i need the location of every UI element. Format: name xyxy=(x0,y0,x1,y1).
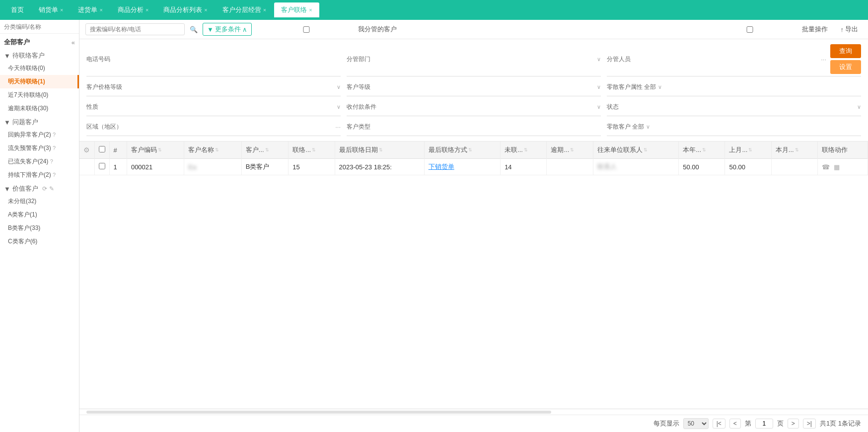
close-customer-contact-icon[interactable]: × xyxy=(309,7,312,13)
col-name[interactable]: 客户名称 ⇅ xyxy=(184,142,241,159)
filter-person-dots-icon[interactable]: ··· xyxy=(821,56,826,63)
col-this-month[interactable]: 本月... ⇅ xyxy=(771,142,817,159)
sidebar-item-repurchase-anomaly[interactable]: 回购异常客户(2) ? xyxy=(0,128,79,142)
filter-retail-customer-label: 零散客户 全部 xyxy=(607,123,644,131)
batch-checkbox[interactable] xyxy=(700,26,799,33)
nav-product-analysis[interactable]: 商品分析 × xyxy=(111,2,155,17)
col-last-date[interactable]: 最后联络日期 ⇅ xyxy=(335,142,424,159)
my-customers-check[interactable] xyxy=(257,26,356,33)
sidebar-item-tomorrow-pending[interactable]: 明天待联络(1) xyxy=(0,75,79,88)
select-all-checkbox[interactable] xyxy=(99,146,105,152)
sort-this-year-icon: ⇅ xyxy=(702,147,706,152)
row-checkbox[interactable] xyxy=(99,163,105,169)
sidebar-item-type-b[interactable]: B类客户(33) xyxy=(0,221,79,235)
filter-payment-input[interactable] xyxy=(381,103,595,112)
col-unlinked[interactable]: 未联... ⇅ xyxy=(501,142,547,159)
col-code[interactable]: 客户编码 ⇅ xyxy=(127,142,184,159)
filter-person: 分管人员 ··· 查询 设置 xyxy=(607,44,861,76)
sidebar-item-type-c[interactable]: C类客户(6) xyxy=(0,235,79,248)
filter-dept-chevron-icon[interactable]: ∨ xyxy=(597,56,601,63)
close-purchase-order-icon[interactable]: × xyxy=(99,7,102,13)
filter-person-input[interactable] xyxy=(642,55,819,64)
filter-nature-chevron-icon[interactable]: ∨ xyxy=(337,104,341,110)
set-button[interactable]: 设置 xyxy=(830,60,861,74)
col-action: 联络动作 xyxy=(818,142,868,159)
col-checkbox[interactable] xyxy=(94,142,109,159)
close-product-analysis-icon[interactable]: × xyxy=(145,7,148,13)
col-this-year[interactable]: 本年... ⇅ xyxy=(679,142,725,159)
first-page-btn[interactable]: |< xyxy=(713,419,725,429)
batch-op-btn[interactable]: 批量操作 xyxy=(696,23,832,35)
export-btn[interactable]: ↑ 导出 xyxy=(837,23,863,35)
col-overdue[interactable]: 逾期... ⇅ xyxy=(547,142,593,159)
nav-home[interactable]: 首页 xyxy=(4,2,31,17)
sidebar-item-today-pending[interactable]: 今天待联络(0) xyxy=(0,62,79,75)
filter-customer-level-chevron-icon[interactable]: ∨ xyxy=(597,84,601,90)
filter-nature-input[interactable] xyxy=(121,103,335,112)
prev-page-btn[interactable]: < xyxy=(729,419,741,429)
value-edit-icon[interactable]: ✎ xyxy=(49,185,54,192)
col-last-month[interactable]: 上月... ⇅ xyxy=(725,142,771,159)
action-phone-icon[interactable]: ☎ xyxy=(822,163,830,171)
search-icon[interactable]: 🔍 xyxy=(190,26,198,33)
filter-payment-chevron-icon[interactable]: ∨ xyxy=(597,104,601,110)
last-page-btn[interactable]: >| xyxy=(803,419,816,429)
col-last-method[interactable]: 最后联络方式 ⇅ xyxy=(424,142,500,159)
filter-customer-type-input[interactable] xyxy=(381,123,601,132)
nav-sales-order[interactable]: 销货单 × xyxy=(32,2,70,17)
filter-price-level-input[interactable] xyxy=(122,83,335,92)
query-button[interactable]: 查询 xyxy=(830,44,861,58)
cell-last-method[interactable]: 下销货单 xyxy=(424,159,500,175)
col-type[interactable]: 客户... ⇅ xyxy=(241,142,289,159)
sidebar-item-type-a[interactable]: A类客户(1) xyxy=(0,208,79,221)
sidebar-collapse-icon[interactable]: « xyxy=(72,39,75,46)
page-input[interactable] xyxy=(755,419,773,429)
filter-price-level-chevron-icon[interactable]: ∨ xyxy=(337,84,341,90)
filter-dept-input[interactable] xyxy=(381,55,595,64)
nav-purchase-order[interactable]: 进货单 × xyxy=(71,2,109,17)
close-sales-order-icon[interactable]: × xyxy=(60,7,63,13)
action-qr-icon[interactable]: ▦ xyxy=(834,163,840,171)
group-value-customers[interactable]: ▼ 价值客户 ⟳ ✎ xyxy=(0,182,79,195)
per-page-select[interactable]: 50 100 200 xyxy=(683,418,709,429)
filter-retail-attr-chevron-icon[interactable]: ∨ xyxy=(658,84,662,90)
group-problem-customers[interactable]: ▼ 问题客户 xyxy=(0,115,79,128)
cell-action[interactable]: ☎ ▦ xyxy=(818,159,868,175)
table-container: ⚙ # 客户编码 ⇅ 客户名称 ⇅ 客户... ⇅ xyxy=(79,142,868,409)
h-scrollbar[interactable] xyxy=(79,409,868,415)
filter-retail-customer-chevron-icon[interactable]: ∨ xyxy=(646,124,650,130)
sidebar-search-input[interactable] xyxy=(4,23,78,30)
sidebar-item-overdue[interactable]: 逾期未联络(30) xyxy=(0,102,79,115)
sort-overdue-icon: ⇅ xyxy=(570,147,574,152)
nav-customer-segment[interactable]: 客户分层经营 × xyxy=(216,2,273,17)
sidebar-item-ungrouped[interactable]: 未分组(32) xyxy=(0,195,79,208)
close-customer-segment-icon[interactable]: × xyxy=(263,7,266,13)
filter-status-chevron-icon[interactable]: ∨ xyxy=(857,104,861,110)
total-label: 共1页 1条记录 xyxy=(820,419,861,428)
nav-customer-contact[interactable]: 客户联络 × xyxy=(274,2,319,17)
filter-dept-label: 分管部门 xyxy=(347,55,381,64)
sidebar-item-declining[interactable]: 持续下滑客户(2) ? xyxy=(0,168,79,182)
filter-region-dots-icon[interactable]: ··· xyxy=(335,123,341,131)
col-unit-contact[interactable]: 往来单位联系人 ⇅ xyxy=(593,142,678,159)
next-page-btn[interactable]: > xyxy=(788,419,799,429)
cell-checkbox[interactable] xyxy=(94,159,109,175)
sort-last-method-icon: ⇅ xyxy=(468,147,472,152)
filter-status-input[interactable] xyxy=(642,103,855,112)
group-pending-contact[interactable]: ▼ 待联络客户 xyxy=(0,49,79,62)
col-settings[interactable]: ⚙ xyxy=(79,142,94,159)
sidebar-item-churn-warning[interactable]: 流失预警客户(3) ? xyxy=(0,142,79,155)
cell-index: 1 xyxy=(109,159,127,175)
close-product-analysis-list-icon[interactable]: × xyxy=(204,7,207,13)
my-customers-checkbox[interactable]: 我分管的客户 xyxy=(257,25,397,34)
nav-product-analysis-list[interactable]: 商品分析列表 × xyxy=(156,2,214,17)
search-input[interactable] xyxy=(85,23,185,35)
sidebar-item-churned[interactable]: 已流失客户(24) ? xyxy=(0,155,79,168)
filter-customer-level-input[interactable] xyxy=(381,83,595,92)
filter-phone-input[interactable] xyxy=(121,55,341,64)
sidebar-item-7days-pending[interactable]: 近7天待联络(0) xyxy=(0,88,79,102)
more-conditions-btn[interactable]: ▼ 更多条件 ∧ xyxy=(203,23,252,36)
col-contact[interactable]: 联络... ⇅ xyxy=(289,142,335,159)
filter-region-input[interactable] xyxy=(122,123,333,132)
value-refresh-icon[interactable]: ⟳ xyxy=(42,185,47,192)
